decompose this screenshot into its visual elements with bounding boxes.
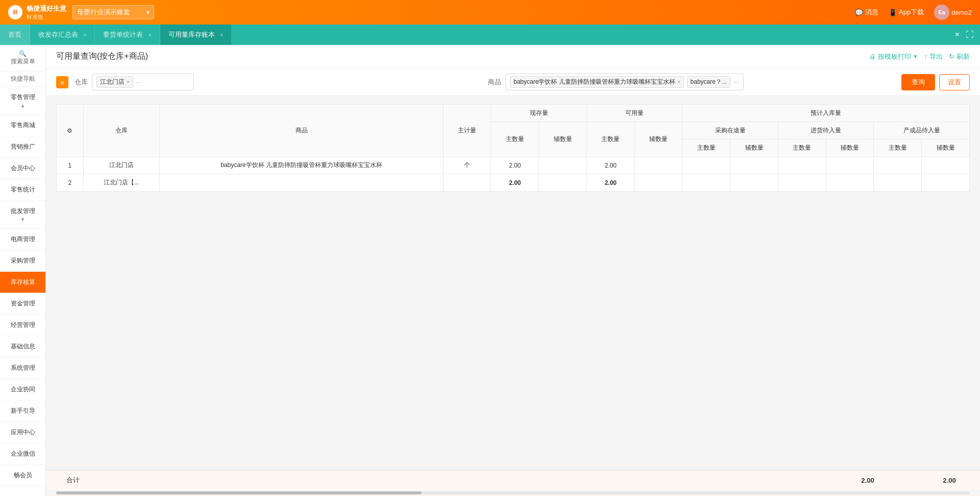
tab-orders-close[interactable]: × (148, 32, 151, 38)
sidebar-item-purchase[interactable]: 采购管理 (0, 250, 45, 272)
row1-warehouse: 江北门店 (83, 157, 160, 174)
sidebar-item-finance[interactable]: 资金管理 (0, 293, 45, 315)
app-label: App下载 (899, 8, 924, 17)
table-row: 2 江北门店【... 2.00 2.00 (57, 174, 970, 192)
sidebar-item-marketing[interactable]: 营销推广 (0, 136, 45, 158)
sidebar-label-retail-mall: 零售商城 (11, 121, 35, 130)
sidebar-search[interactable]: 🔍 搜索菜单 (0, 45, 45, 72)
sidebar-item-operation[interactable]: 经营管理 (0, 315, 45, 336)
sidebar-item-ecommerce[interactable]: 电商管理 (0, 229, 45, 250)
product-tag-container[interactable]: babycare学饮杯 儿童防摔防撞吸管杯重力球吸嘴杯宝宝水杯 × babyca… (505, 74, 744, 90)
row1-current-sub (539, 157, 587, 174)
sidebar-item-wholesale[interactable]: 批发管理 ▼ (0, 201, 45, 229)
th-purchase-in-sub: 辅数量 (730, 139, 778, 157)
avatar: Ea (934, 5, 949, 20)
th-unit: 主计量 (443, 105, 491, 157)
sidebar-item-enterprise[interactable]: 企业协同 (0, 379, 45, 400)
sidebar-item-app-center[interactable]: 应用中心 (0, 422, 45, 443)
sidebar-item-member[interactable]: 会员中心 (0, 158, 45, 179)
sidebar-item-vip[interactable]: 畅会员 (0, 465, 45, 486)
warehouse-tag-remove[interactable]: × (127, 79, 130, 85)
product-filter-dots[interactable]: ··· (733, 78, 739, 86)
row1-g-in-main (778, 157, 826, 174)
sidebar-item-newbie[interactable]: 新手引导 (0, 400, 45, 422)
refresh-label: 刷新 (957, 52, 970, 61)
settings-btn[interactable]: 设置 (939, 74, 970, 90)
data-table: ⚙ 仓库 商品 主计量 现存量 可用量 预计入库量 主数量 辅数量 主数量 辅数… (56, 104, 970, 192)
user-name: demo2 (951, 9, 972, 16)
sidebar-item-wechat[interactable]: 企业微信 (0, 443, 45, 465)
table-row: 1 江北门店 babycare学饮杯 儿童防摔防撞吸管杯重力球吸嘴杯宝宝水杯 个… (57, 157, 970, 174)
sidebar-item-retail-mgmt[interactable]: 零售管理 ▲ (0, 87, 45, 115)
sidebar-label-basic: 基础信息 (11, 342, 35, 351)
refresh-btn[interactable]: ↻ 刷新 (949, 52, 970, 61)
sidebar-item-inventory[interactable]: 库存核算 (0, 272, 45, 293)
logo-area: 好 畅捷通好生意 标准版 (8, 4, 66, 21)
product-tag-2: babycare？... (687, 76, 730, 88)
sidebar-item-retail-mall[interactable]: 零售商城 (0, 115, 45, 136)
company-selector[interactable]: 母婴行业演示账套 ▼ (72, 5, 154, 19)
top-bar: 好 畅捷通好生意 标准版 母婴行业演示账套 ▼ 💬 消息 📱 App下载 Ea … (0, 0, 980, 25)
tab-receipts-close[interactable]: × (83, 32, 86, 38)
row1-product: babycare学饮杯 儿童防摔防撞吸管杯重力球吸嘴杯宝宝水杯 (160, 157, 443, 174)
sidebar-label-purchase: 采购管理 (11, 256, 35, 265)
print-btn[interactable]: 🖨 按模板打印 ▼ (869, 52, 918, 61)
page-title: 可用量查询(按仓库+商品) (56, 51, 148, 62)
row1-prod-in-main (874, 157, 922, 174)
tab-orders[interactable]: 要货单统计表 × (95, 25, 160, 45)
th-settings[interactable]: ⚙ (57, 105, 84, 157)
page-header: 可用量查询(按仓库+商品) 🖨 按模板打印 ▼ ↑ 导出 ↻ 刷新 (46, 45, 980, 68)
top-bar-left: 好 畅捷通好生意 标准版 母婴行业演示账套 ▼ (8, 4, 154, 21)
sidebar-label-wholesale: 批发管理 (11, 207, 35, 216)
th-purchase-in: 采购在途量 (682, 122, 778, 139)
sidebar-item-retail-stat[interactable]: 零售统计 (0, 179, 45, 201)
expand-filter-btn[interactable]: » (56, 76, 68, 88)
th-product: 商品 (160, 105, 443, 157)
search-icon: 🔍 (19, 50, 27, 57)
content-area: 可用量查询(按仓库+商品) 🖨 按模板打印 ▼ ↑ 导出 ↻ 刷新 » (46, 45, 980, 496)
total-row: 合计 2.00 2.00 (46, 469, 980, 490)
sidebar-item-basic[interactable]: 基础信息 (0, 336, 45, 358)
print-arrow: ▼ (913, 54, 918, 59)
avatar-initials: Ea (939, 9, 945, 15)
product-tag-2-text: babycare？... (691, 78, 727, 86)
warehouse-tag-container[interactable]: 江北门店 × ··· (92, 74, 194, 90)
th-goods-in: 进货待入量 (778, 122, 873, 139)
main-layout: 🔍 搜索菜单 快捷导航 零售管理 ▲ 零售商城 营销推广 会员中心 零售统计 批… (0, 45, 980, 496)
tab-available[interactable]: 可用量库存账本 × (160, 25, 232, 45)
row2-product (160, 174, 443, 192)
sidebar: 🔍 搜索菜单 快捷导航 零售管理 ▲ 零售商城 营销推广 会员中心 零售统计 批… (0, 45, 46, 496)
row1-prod-in-sub (922, 157, 970, 174)
message-btn[interactable]: 💬 消息 (855, 8, 878, 17)
sidebar-quicknav[interactable]: 快捷导航 (0, 72, 45, 87)
tab-receipts[interactable]: 收发存汇总表 × (30, 25, 95, 45)
user-avatar-area[interactable]: Ea demo2 (934, 5, 972, 20)
app-subtitle: 标准版 (27, 13, 66, 21)
sidebar-item-system[interactable]: 系统管理 (0, 358, 45, 379)
total-label: 合计 (56, 476, 80, 485)
row1-unit: 个 (443, 157, 491, 174)
tab-home[interactable]: 首页 (0, 25, 30, 45)
scroll-thumb (56, 491, 422, 494)
sidebar-label-marketing: 营销推广 (11, 143, 35, 151)
product-tag-1-remove[interactable]: × (677, 79, 680, 85)
tab-expand-btn[interactable]: ⛶ (966, 30, 974, 39)
row1-avail-main: 2.00 (586, 157, 634, 174)
export-btn[interactable]: ↑ 导出 (924, 52, 943, 61)
tab-available-close[interactable]: × (220, 32, 223, 38)
logo-labels: 畅捷通好生意 标准版 (27, 4, 66, 21)
th-goods-in-main: 主数量 (778, 139, 826, 157)
app-download-btn[interactable]: 📱 App下载 (889, 8, 924, 17)
th-avail-sub: 辅数量 (634, 122, 682, 157)
tab-close-all-btn[interactable]: × (955, 30, 960, 39)
logo-icon: 好 (8, 5, 22, 19)
query-btn[interactable]: 查询 (901, 74, 935, 90)
row2-current-main: 2.00 (491, 174, 539, 192)
warehouse-tag-text: 江北门店 (100, 78, 125, 86)
row1-no: 1 (57, 157, 84, 174)
tab-available-label: 可用量库存账本 (168, 30, 215, 39)
warehouse-filter-dots[interactable]: ··· (136, 78, 142, 86)
bottom-scroll[interactable] (46, 490, 980, 496)
sidebar-label-vip: 畅会员 (14, 471, 32, 480)
th-product-in: 产成品待入量 (874, 122, 970, 139)
